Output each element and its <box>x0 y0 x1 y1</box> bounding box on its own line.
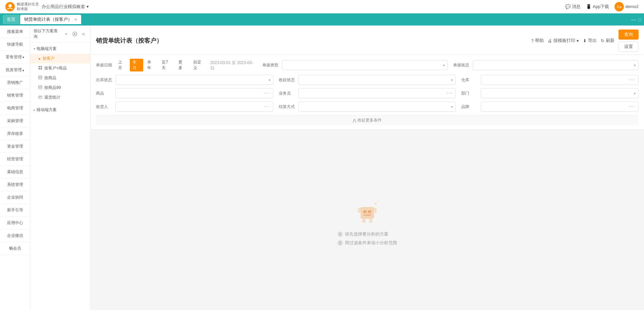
message-icon: 💬 <box>565 4 571 9</box>
ship-status-control[interactable]: ▾ <box>115 75 273 85</box>
export-icon: ⬇ <box>583 38 587 43</box>
tab-close-icon[interactable]: ✕ <box>74 17 77 22</box>
sidebar-item-newbie[interactable]: 新手引导 <box>0 204 30 217</box>
scheme-item-return-stats[interactable]: 退货统计 <box>30 93 90 102</box>
date-btn-this-year[interactable]: 本年 <box>145 59 158 71</box>
filter-row-2: 出库状态 ▾ 收款状态 ▾ 仓库 <box>96 75 639 85</box>
page-title: 销货单统计表（按客户） <box>96 37 162 45</box>
scheme-item-by-goods-99[interactable]: 按商品99 <box>30 83 90 93</box>
settings-button[interactable]: 设置 <box>619 42 639 52</box>
chevron-icon: ▾ <box>22 55 24 59</box>
group-expand-icon-mobile: ▸ <box>34 108 35 112</box>
payment-status-control[interactable]: ▾ <box>298 75 456 85</box>
sidebar-item-corp-wechat[interactable]: 企业微信 <box>0 229 30 242</box>
refresh-btn[interactable]: ↻ 刷新 <box>601 38 614 44</box>
warehouse-control[interactable]: ··· <box>481 75 639 85</box>
collapse-scheme-btn[interactable]: « <box>80 31 87 37</box>
order-status-control[interactable]: ▾ <box>473 60 639 70</box>
dept-label: 部门 <box>461 91 478 96</box>
brand-control[interactable]: ··· <box>481 102 639 112</box>
scheme-group-desktop-header[interactable]: ▾ 电脑端方案 <box>30 44 90 54</box>
scheme-group-mobile: ▸ 移动端方案 <box>30 104 90 116</box>
edit-scheme-btn[interactable] <box>71 31 78 37</box>
settlement-control[interactable]: ▾ <box>298 102 456 112</box>
more-icon: ··· <box>629 104 636 110</box>
payment-status-label: 收款状态 <box>279 77 296 83</box>
scheme-item-by-customer[interactable]: ● 按客户 <box>30 54 90 63</box>
sidebar-item-purchase[interactable]: 采购管理 <box>0 115 30 127</box>
empty-illustration <box>351 194 384 227</box>
sidebar-item-sales-mgmt[interactable]: 销售管理 <box>0 89 30 102</box>
scheme-item-by-customer-goods[interactable]: 按客户+商品 <box>30 63 90 73</box>
filter-receiver: 收货人 ··· <box>96 102 273 112</box>
tab-sales-stats[interactable]: 销货单统计表（按客户） ✕ <box>20 15 81 24</box>
tab-home[interactable]: 首页 <box>3 15 19 24</box>
account-selector[interactable]: 办公用品行业模拟账套 ▾ <box>42 4 89 10</box>
receiver-control[interactable]: ··· <box>115 102 273 112</box>
add-scheme-btn[interactable]: + <box>63 31 69 37</box>
order-status-label: 单据状态 <box>453 62 470 68</box>
scheme-item-by-goods[interactable]: 按商品 <box>30 73 90 83</box>
date-btn-this-month[interactable]: 本月 <box>130 59 143 71</box>
svg-rect-23 <box>369 219 372 223</box>
goods-label: 商品 <box>96 91 113 96</box>
main-layout: 搜索菜单 快捷导航 零售管理 ▾ 批发管理 ▴ 营销推广 销售管理 电商管理 采… <box>0 25 644 310</box>
filter-row-1: 单据日期 上月 本月 本年 近7天 更多 自定义 2023-03-01 至 20… <box>96 59 639 71</box>
scheme-group-mobile-header[interactable]: ▸ 移动端方案 <box>30 105 90 115</box>
warehouse-label: 仓库 <box>461 77 478 83</box>
dept-control[interactable]: ▾ <box>481 88 639 98</box>
filter-goods: 商品 ··· <box>96 88 273 98</box>
date-btn-last-month[interactable]: 上月 <box>115 59 128 71</box>
chevron-down-icon: ▾ <box>634 92 636 95</box>
svg-point-24 <box>375 203 377 205</box>
minimize-icon[interactable]: — <box>631 17 636 22</box>
salesperson-control[interactable]: ··· <box>298 88 456 98</box>
sidebar-item-system[interactable]: 系统管理 <box>0 178 30 191</box>
sidebar-item-inventory[interactable]: 库存核算 <box>0 127 30 140</box>
filter-ship-status: 出库状态 ▾ <box>96 75 273 85</box>
order-type-control[interactable]: ▾ <box>282 60 448 70</box>
filter-salesperson: 业务员 ··· <box>279 88 456 98</box>
goods-control[interactable]: ··· <box>115 88 273 98</box>
sidebar: 搜索菜单 快捷导航 零售管理 ▾ 批发管理 ▴ 营销推广 销售管理 电商管理 采… <box>0 25 30 310</box>
date-btn-last-7days[interactable]: 近7天 <box>159 59 174 71</box>
svg-rect-5 <box>39 68 40 69</box>
sidebar-item-finance[interactable]: 资金管理 <box>0 140 30 153</box>
date-btn-more[interactable]: 更多 <box>176 59 189 71</box>
content-area: 按以下方案查询 + « ▾ 电脑端方案 ● 按客户 <box>30 25 644 310</box>
user-menu-btn[interactable]: Ea demo2 <box>614 2 639 11</box>
report-header: 销货单统计表（按客户） ? 帮助 🖨 按模板打印 ▾ ⬇ 导出 <box>91 25 644 55</box>
query-button[interactable]: 查询 <box>619 30 639 40</box>
sidebar-item-operation[interactable]: 经营管理 <box>0 153 30 166</box>
sidebar-item-quick-nav[interactable]: 快捷导航 <box>0 38 30 51</box>
date-btn-custom[interactable]: 自定义 <box>191 59 208 71</box>
filter-order-status: 单据状态 ▾ <box>453 60 639 70</box>
sidebar-item-marketing[interactable]: 营销推广 <box>0 76 30 89</box>
svg-rect-10 <box>39 86 42 89</box>
scheme-panel-header: 按以下方案查询 + « <box>30 25 90 43</box>
help-btn[interactable]: ? 帮助 <box>531 38 544 44</box>
app-download-btn[interactable]: 📱 App下载 <box>586 4 609 10</box>
svg-point-26 <box>373 200 374 201</box>
sidebar-item-search[interactable]: 搜索菜单 <box>0 25 30 38</box>
filter-area: 单据日期 上月 本月 本年 近7天 更多 自定义 2023-03-01 至 20… <box>91 55 644 130</box>
print-btn[interactable]: 🖨 按模板打印 ▾ <box>548 38 579 44</box>
logo-text: 畅捷通好生意 标准版 <box>17 2 39 11</box>
export-btn[interactable]: ⬇ 导出 <box>583 38 597 44</box>
messages-btn[interactable]: 💬 消息 <box>565 4 581 10</box>
chevron-down-icon: ▾ <box>269 78 270 82</box>
more-icon: ··· <box>629 77 636 83</box>
avatar: Ea <box>614 2 624 11</box>
download-icon: 📱 <box>586 4 591 9</box>
sidebar-item-base[interactable]: 基础信息 <box>0 166 30 178</box>
sidebar-item-corp[interactable]: 企业协同 <box>0 191 30 204</box>
sidebar-item-vip[interactable]: 畅会员 <box>0 242 30 255</box>
chevron-down-icon: ▾ <box>451 78 453 82</box>
scheme-group-desktop: ▾ 电脑端方案 ● 按客户 按客户+商品 按商品 <box>30 43 90 104</box>
sidebar-item-app-center[interactable]: 应用中心 <box>0 217 30 229</box>
maximize-icon[interactable]: □ <box>639 17 641 22</box>
collapse-filters-btn[interactable]: ⋀ 收起更多条件 <box>96 115 639 125</box>
sidebar-item-wholesale[interactable]: 批发管理 ▴ <box>0 64 30 76</box>
sidebar-item-retail[interactable]: 零售管理 ▾ <box>0 51 30 64</box>
sidebar-item-ecom[interactable]: 电商管理 <box>0 102 30 115</box>
